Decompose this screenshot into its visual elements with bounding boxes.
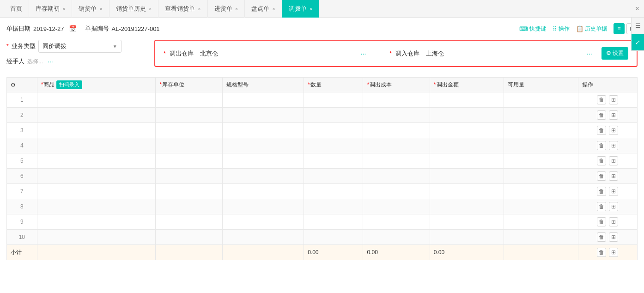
row-delete-icon-10[interactable]: 🗑 — [597, 232, 606, 242]
row-cost-6[interactable] — [363, 169, 430, 184]
row-avail-8[interactable] — [504, 199, 578, 214]
history-action[interactable]: 📋 历史单据 — [576, 25, 607, 33]
row-qty-3[interactable] — [304, 123, 363, 138]
row-cost-4[interactable] — [363, 138, 430, 153]
row-avail-10[interactable] — [504, 230, 578, 245]
row-product-6[interactable] — [37, 169, 156, 184]
row-copy-icon-2[interactable]: ⊞ — [609, 110, 618, 120]
row-avail-5[interactable] — [504, 153, 578, 169]
tab-view-sales-close[interactable]: × — [198, 6, 200, 12]
row-unit-3[interactable] — [156, 123, 222, 138]
row-cost-9[interactable] — [363, 214, 430, 230]
row-product-5[interactable] — [37, 153, 156, 169]
row-unit-6[interactable] — [156, 169, 222, 184]
tab-inventory-init-close[interactable]: × — [62, 6, 65, 12]
row-amount-9[interactable] — [430, 214, 504, 230]
transfer-in-more-icon[interactable]: ··· — [587, 50, 597, 57]
row-amount-10[interactable] — [430, 230, 504, 245]
row-avail-4[interactable] — [504, 138, 578, 153]
row-delete-icon-6[interactable]: 🗑 — [597, 171, 606, 181]
row-delete-icon-8[interactable]: 🗑 — [597, 202, 606, 211]
row-copy-icon-8[interactable]: ⊞ — [609, 202, 618, 211]
row-spec-1[interactable] — [222, 92, 304, 108]
row-delete-icon-2[interactable]: 🗑 — [597, 110, 606, 120]
row-product-2[interactable] — [37, 108, 156, 123]
row-spec-10[interactable] — [222, 230, 304, 245]
row-delete-icon-3[interactable]: 🗑 — [597, 126, 606, 135]
row-cost-7[interactable] — [363, 184, 430, 199]
sidebar-list-icon[interactable]: ☰ — [632, 18, 644, 34]
row-delete-icon-7[interactable]: 🗑 — [597, 187, 606, 196]
row-unit-8[interactable] — [156, 199, 222, 214]
row-qty-2[interactable] — [304, 108, 363, 123]
tab-sales-history-close[interactable]: × — [149, 6, 152, 12]
transfer-out-value[interactable]: 北京仓 — [200, 49, 218, 58]
row-amount-1[interactable] — [430, 92, 504, 108]
tab-sales-history[interactable]: 销货单历史 × — [109, 0, 158, 18]
row-copy-icon-1[interactable]: ⊞ — [609, 95, 618, 104]
row-spec-3[interactable] — [222, 123, 304, 138]
subtotal-delete-icon[interactable]: 🗑 — [597, 248, 606, 257]
row-unit-2[interactable] — [156, 108, 222, 123]
shortcuts-action[interactable]: ⌨ 快捷键 — [519, 25, 546, 33]
subtotal-copy-icon[interactable]: ⊞ — [609, 248, 618, 257]
row-spec-2[interactable] — [222, 108, 304, 123]
row-avail-1[interactable] — [504, 92, 578, 108]
row-qty-1[interactable] — [304, 92, 363, 108]
manager-more-icon[interactable]: ··· — [48, 58, 53, 65]
row-copy-icon-10[interactable]: ⊞ — [609, 232, 618, 242]
tab-purchase-order-close[interactable]: × — [235, 6, 238, 12]
row-qty-7[interactable] — [304, 184, 363, 199]
calendar-icon[interactable]: 📅 — [69, 25, 77, 32]
row-amount-6[interactable] — [430, 169, 504, 184]
row-unit-4[interactable] — [156, 138, 222, 153]
row-product-7[interactable] — [37, 184, 156, 199]
row-amount-2[interactable] — [430, 108, 504, 123]
tab-sales-order-close[interactable]: × — [99, 6, 102, 12]
row-product-10[interactable] — [37, 230, 156, 245]
row-qty-8[interactable] — [304, 199, 363, 214]
tab-transfer[interactable]: 调拨单 × — [282, 0, 319, 18]
close-all-button[interactable]: × — [635, 5, 639, 13]
row-product-4[interactable] — [37, 138, 156, 153]
list-view-button[interactable]: ≡ — [614, 23, 625, 34]
row-unit-10[interactable] — [156, 230, 222, 245]
row-amount-7[interactable] — [430, 184, 504, 199]
row-cost-10[interactable] — [363, 230, 430, 245]
row-spec-4[interactable] — [222, 138, 304, 153]
business-type-select[interactable]: 同价调拨 ▼ — [38, 40, 122, 53]
row-delete-icon-9[interactable]: 🗑 — [597, 217, 606, 226]
row-spec-9[interactable] — [222, 214, 304, 230]
row-delete-icon-1[interactable]: 🗑 — [597, 95, 606, 104]
row-unit-7[interactable] — [156, 184, 222, 199]
tab-sales-order[interactable]: 销货单 × — [72, 0, 109, 18]
col-gear[interactable]: ⚙ — [7, 78, 37, 92]
row-cost-8[interactable] — [363, 199, 430, 214]
row-amount-4[interactable] — [430, 138, 504, 153]
row-delete-icon-4[interactable]: 🗑 — [597, 141, 606, 150]
settings-button[interactable]: ⚙ 设置 — [601, 47, 628, 60]
row-cost-1[interactable] — [363, 92, 430, 108]
row-cost-2[interactable] — [363, 108, 430, 123]
manager-select[interactable]: 选择... — [27, 58, 43, 66]
row-copy-icon-3[interactable]: ⊞ — [609, 126, 618, 135]
row-cost-3[interactable] — [363, 123, 430, 138]
row-spec-6[interactable] — [222, 169, 304, 184]
tab-view-sales[interactable]: 查看销货单 × — [158, 0, 207, 18]
row-avail-3[interactable] — [504, 123, 578, 138]
tab-home[interactable]: 首页 — [4, 0, 29, 18]
row-copy-icon-5[interactable]: ⊞ — [609, 156, 618, 165]
row-product-9[interactable] — [37, 214, 156, 230]
row-product-3[interactable] — [37, 123, 156, 138]
row-avail-2[interactable] — [504, 108, 578, 123]
row-copy-icon-6[interactable]: ⊞ — [609, 171, 618, 181]
row-qty-10[interactable] — [304, 230, 363, 245]
tab-inventory-check-close[interactable]: × — [272, 6, 275, 12]
row-avail-7[interactable] — [504, 184, 578, 199]
row-cost-5[interactable] — [363, 153, 430, 169]
tab-inventory-check[interactable]: 盘点单 × — [245, 0, 282, 18]
row-copy-icon-7[interactable]: ⊞ — [609, 187, 618, 196]
row-qty-6[interactable] — [304, 169, 363, 184]
transfer-out-more-icon[interactable]: ··· — [361, 50, 371, 57]
row-delete-icon-5[interactable]: 🗑 — [597, 156, 606, 165]
